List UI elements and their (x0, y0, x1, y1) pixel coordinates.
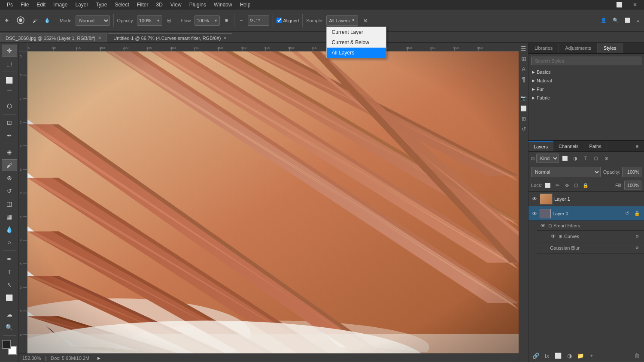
tab-dsc[interactable]: DSC_3060.jpg @ 152% (Layer 1, RGB/8#) ✕ (0, 33, 107, 42)
delete-layer-btn[interactable]: 🗑 (632, 351, 641, 360)
sample-option-current-below[interactable]: Current & Below (327, 37, 386, 48)
tab-untitled-close[interactable]: ✕ (223, 36, 227, 40)
layer-0-lock[interactable]: 🔒 (633, 209, 641, 218)
menu-select[interactable]: Select (111, 1, 132, 9)
tool-pen[interactable]: ✒ (2, 253, 17, 265)
search-ps-btn[interactable]: 🔍 (611, 16, 621, 24)
pressure-opacity-btn[interactable]: ◎ (165, 16, 173, 24)
aligned-checkbox[interactable] (276, 18, 282, 23)
status-expand-btn[interactable]: ▶ (95, 355, 103, 362)
link-layers-btn[interactable]: 🔗 (531, 351, 541, 360)
curves-options[interactable]: ⚙ (633, 232, 641, 241)
menu-ps[interactable]: Ps (3, 1, 16, 9)
tool-dodge[interactable]: ○ (2, 236, 17, 248)
close-btn[interactable]: ✕ (629, 1, 641, 9)
opacity-input[interactable] (139, 18, 156, 23)
tool-lasso[interactable]: ⌒ (2, 87, 17, 99)
layer-0-expand-effects[interactable]: ↺ (623, 209, 631, 218)
minimize-btn[interactable]: — (597, 1, 609, 9)
menu-image[interactable]: Image (50, 1, 71, 9)
add-style-btn[interactable]: fx (542, 351, 552, 360)
style-group-basics[interactable]: ▶ Basics (529, 68, 644, 76)
canvas-content[interactable] (27, 51, 519, 353)
styles-search-input[interactable] (531, 57, 641, 65)
filter-smart-icon[interactable]: ⊛ (602, 154, 611, 163)
sample-all-ignore-adj[interactable]: ⊘ (361, 16, 370, 24)
tool-text[interactable]: T (2, 266, 17, 278)
curves-visibility[interactable]: 👁 (550, 233, 557, 240)
lock-artboard[interactable]: ⬡ (572, 181, 580, 189)
layer-row-0[interactable]: 👁 Layer 0 ↺ 🔒 (529, 206, 644, 221)
panel-toggle-2[interactable]: ⊞ (520, 55, 528, 63)
tool-marquee[interactable]: ⬜ (2, 74, 17, 86)
smoothing-btn[interactable]: ~ (238, 17, 245, 24)
frame-icon[interactable]: ⬜ (520, 105, 528, 112)
opacity-arrow[interactable]: ▼ (156, 18, 160, 23)
menu-3d[interactable]: 3D (152, 1, 166, 9)
smart-filters-visibility[interactable]: 👁 (540, 222, 547, 229)
sample-option-all-layers[interactable]: All Layers (327, 48, 386, 58)
tool-gradient[interactable]: ▦ (2, 211, 17, 223)
layers-panel-menu[interactable]: ≡ (633, 142, 641, 151)
tool-healing[interactable]: ⊕ (2, 146, 17, 158)
menu-view[interactable]: View (167, 1, 185, 9)
color-swatches[interactable] (2, 340, 17, 355)
lock-image-pixels[interactable]: ✏ (553, 181, 561, 189)
add-mask-btn[interactable]: ⬜ (553, 351, 563, 360)
tool-shape[interactable]: ⬜ (2, 292, 17, 304)
tool-artboard[interactable]: ⬚ (2, 57, 17, 69)
grid-icon[interactable]: ⊞ (520, 115, 528, 123)
brush-presets-btn[interactable] (13, 14, 28, 27)
create-group-btn[interactable]: 📁 (576, 351, 585, 360)
lock-all[interactable]: 🔒 (582, 181, 589, 189)
sample-dropdown-btn[interactable]: All Layers ▼ (326, 15, 358, 26)
layers-kind-select[interactable]: Kind (536, 154, 559, 163)
filter-type-icon[interactable]: T (581, 154, 590, 163)
history-icon[interactable]: ↺ (520, 125, 528, 133)
tool-quick-select[interactable]: ⬡ (2, 100, 17, 112)
tool-path-select[interactable]: ↖ (2, 279, 17, 291)
tab-dsc-close[interactable]: ✕ (98, 36, 101, 40)
filter-row-gaussian[interactable]: Gaussian Blur ⚙ (537, 242, 644, 254)
tool-move[interactable]: ✥ (2, 45, 17, 57)
menu-layer[interactable]: Layer (72, 1, 91, 9)
tab-untitled[interactable]: Untitled-1 @ 66.7% (4.Curves-smart-filte… (108, 33, 232, 42)
tool-history-brush[interactable]: ↺ (2, 185, 17, 197)
filter-shape-icon[interactable]: ⬡ (592, 154, 600, 163)
panel-toggle-1[interactable]: ☰ (520, 45, 528, 52)
foreground-color[interactable] (2, 340, 11, 349)
layer-1-visibility[interactable]: 👁 (531, 196, 538, 202)
layer-0-visibility[interactable]: 👁 (531, 210, 538, 217)
camera-icon[interactable]: 📷 (520, 94, 528, 102)
lock-transparent-pixels[interactable]: ⬜ (544, 181, 552, 189)
menu-help[interactable]: Help (237, 1, 254, 9)
tool-blur[interactable]: 💧 (2, 223, 17, 235)
gaussian-options[interactable]: ⚙ (633, 244, 641, 252)
layer-row-1[interactable]: 👁 Layer 1 (529, 192, 644, 206)
maximize-btn[interactable]: ⬜ (613, 1, 626, 9)
fill-input[interactable] (624, 181, 641, 190)
panel-toggle-3[interactable]: A (520, 65, 528, 73)
menu-file[interactable]: File (17, 1, 32, 9)
tool-eyedropper[interactable]: ✒ (2, 130, 17, 142)
angle-input[interactable] (254, 18, 267, 23)
menu-plugins[interactable]: Plugins (186, 1, 210, 9)
sample-option-current-layer[interactable]: Current Layer (327, 27, 386, 37)
tab-styles[interactable]: Styles (598, 43, 623, 53)
lock-position[interactable]: ✥ (563, 181, 571, 189)
workspaces-btn[interactable]: ⬜ (623, 16, 633, 24)
tab-layers[interactable]: Layers (529, 141, 553, 151)
tool-zoom[interactable]: 🔍 (2, 321, 17, 333)
options-btn[interactable]: ≡ (635, 17, 641, 24)
tool-hand[interactable]: ☁ (2, 308, 17, 320)
airbrush-toggle[interactable]: ⊕ (222, 16, 231, 24)
flow-input[interactable] (197, 18, 214, 23)
style-group-fabric[interactable]: ▶ Fabric (529, 94, 644, 102)
style-group-natural[interactable]: ▶ Natural (529, 76, 644, 85)
panel-toggle-4[interactable]: ¶ (520, 75, 528, 83)
tool-icon[interactable]: ⌖ (3, 15, 11, 26)
menu-type[interactable]: Type (92, 1, 110, 9)
menu-edit[interactable]: Edit (33, 1, 49, 9)
filter-row-curves[interactable]: 👁 ⚙ Curves ⚙ (537, 231, 644, 242)
filter-pixel-icon[interactable]: ⬜ (561, 154, 569, 163)
